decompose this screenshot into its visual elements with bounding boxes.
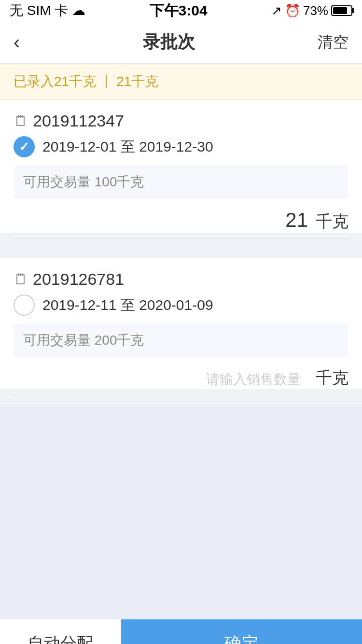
batch-2-date-row: 2019-12-11 至 2020-01-09 [14, 294, 348, 316]
battery-icon [331, 5, 352, 16]
batch-id-icon-1: 🗒 [14, 113, 28, 129]
battery-percent: 73% [303, 3, 328, 18]
auto-distribute-button[interactable]: 自动分配 [0, 619, 121, 644]
batch-2-radio[interactable] [14, 294, 35, 316]
clear-button[interactable]: 清空 [318, 32, 348, 53]
back-button[interactable]: ‹ [14, 31, 20, 53]
alarm-icon: ⏰ [285, 3, 300, 18]
batch-1-date-row: 2019-12-01 至 2019-12-30 [14, 136, 348, 157]
status-right: ↗ ⏰ 73% [271, 3, 352, 18]
batch-2-input-row: 千克 [0, 357, 362, 389]
batch-1-header: 🗒 2019112347 [14, 112, 348, 130]
batch-2-header: 🗒 2019126781 [14, 270, 348, 289]
batch-2-underline [14, 395, 348, 395]
batch-2-qty-row: 可用交易量 200千克 [14, 323, 348, 357]
batch-1-radio[interactable] [14, 136, 35, 157]
nav-bar: ‹ 录批次 清空 [0, 21, 362, 64]
info-divider [106, 75, 107, 88]
status-time: 下午3:04 [150, 1, 208, 21]
info-banner: 已录入21千克 21千克 [0, 64, 362, 100]
batch-1-id: 2019112347 [33, 112, 124, 130]
batch-divider [0, 251, 362, 258]
location-icon: ↗ [271, 3, 282, 18]
bottom-bar: 自动分配 确定 [0, 619, 362, 644]
status-left: 无 SIM 卡 ☁ [10, 1, 85, 20]
batch-1-qty-text: 可用交易量 100千克 [23, 174, 144, 189]
batch-1-date: 2019-12-01 至 2019-12-30 [42, 137, 213, 157]
batch-id-icon-2: 🗒 [14, 271, 28, 288]
batch-2-id: 2019126781 [33, 270, 124, 289]
page-title: 录批次 [143, 30, 195, 54]
batch-2-date: 2019-12-11 至 2020-01-09 [42, 295, 213, 315]
confirm-button[interactable]: 确定 [121, 619, 362, 644]
status-bar: 无 SIM 卡 ☁ 下午3:04 ↗ ⏰ 73% [0, 0, 362, 21]
info-recorded-label: 已录入21千克 [14, 72, 96, 91]
batch-1-qty-row: 可用交易量 100千克 [14, 165, 348, 199]
batch-1-underline [14, 238, 348, 239]
batch-2-qty-text: 可用交易量 200千克 [23, 333, 144, 348]
batch-1-entered-value: 21 [285, 209, 308, 232]
empty-area [0, 407, 362, 619]
batch-item-1: 🗒 2019112347 2019-12-01 至 2019-12-30 可用交… [0, 100, 362, 199]
batch-item-2: 🗒 2019126781 2019-12-11 至 2020-01-09 可用交… [0, 258, 362, 357]
batch-2-unit: 千克 [316, 367, 348, 389]
batch-1-unit: 千克 [316, 210, 348, 233]
batch-1-value-row: 21 千克 [0, 199, 362, 233]
batch-2-qty-input[interactable] [163, 368, 308, 388]
info-recorded-value: 21千克 [116, 72, 158, 91]
